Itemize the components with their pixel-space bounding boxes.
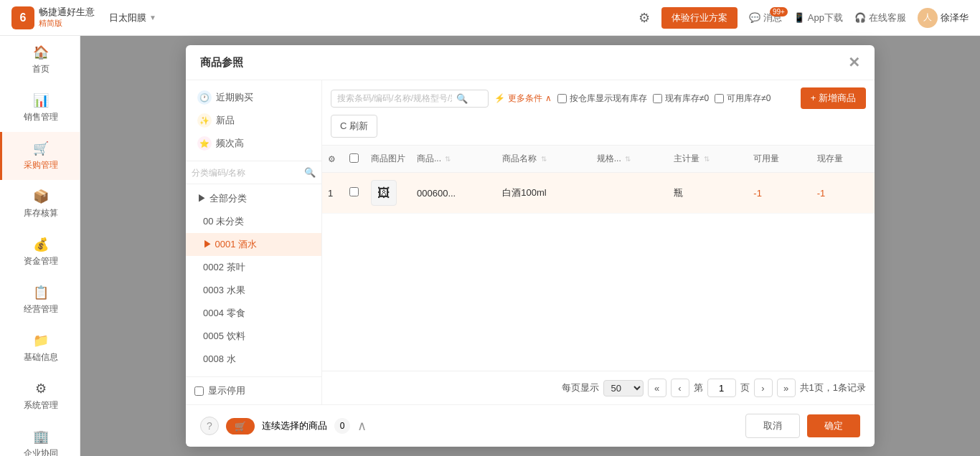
th-settings[interactable]: ⚙: [322, 146, 344, 173]
sidebar-item-purchase[interactable]: 🛒 采购管理: [0, 132, 80, 180]
td-code: 000600...: [411, 173, 496, 214]
show-disabled-label: 显示停用: [208, 384, 245, 397]
service-btn[interactable]: 🎧 在线客服: [854, 11, 906, 24]
purchase-icon: 🛒: [33, 141, 49, 156]
gear-icon[interactable]: ⚙: [639, 10, 650, 26]
quick-nav-freq[interactable]: ⭐ 频次高: [192, 132, 316, 155]
page-input[interactable]: [707, 379, 736, 397]
message-badge: 99+: [770, 7, 788, 16]
category-search-icon[interactable]: 🔍: [304, 167, 316, 178]
product-table-wrap: ⚙ 商品图片 商品... ⇅: [322, 146, 875, 371]
row-checkbox[interactable]: [349, 187, 359, 196]
cat-item-0004[interactable]: 0004 零食: [186, 302, 321, 325]
sidebar-item-ops[interactable]: 📋 经营管理: [0, 276, 80, 324]
main-content: 商品参照 ✕ 🕐 近期购买 ✨: [80, 36, 980, 456]
check-warehouse[interactable]: 按仓库显示现有库存: [557, 92, 647, 105]
first-page-btn[interactable]: «: [648, 379, 666, 397]
cat-item-0005[interactable]: 0005 饮料: [186, 325, 321, 348]
td-img: 🖼: [365, 173, 411, 214]
sidebar: 🏠 首页 📊 销售管理 🛒 采购管理 📦 库存核算 💰 资金管理 📋 经营管理 …: [0, 36, 80, 456]
next-page-btn[interactable]: ›: [754, 379, 773, 397]
check-current[interactable]: 现有库存≠0: [653, 92, 709, 105]
td-spec: [591, 173, 669, 214]
th-unit[interactable]: 主计量 ⇅: [668, 146, 748, 173]
cat-item-0008[interactable]: 0008 水: [186, 348, 321, 371]
available-checkbox[interactable]: [715, 94, 724, 103]
user-name: 徐泽华: [941, 11, 969, 24]
pagination-bar: 每页显示 50 10 20 100 « ‹ 第 页: [322, 371, 875, 404]
category-search-input[interactable]: [192, 168, 300, 178]
app-download-btn[interactable]: 📱 App下载: [793, 11, 843, 24]
check-available[interactable]: 可用库存≠0: [715, 92, 771, 105]
confirm-button[interactable]: 确定: [807, 414, 860, 437]
sales-icon: 📊: [33, 92, 49, 108]
sidebar-item-collab[interactable]: 🏢 企业协同: [0, 420, 80, 456]
refresh-button[interactable]: C 刷新: [331, 115, 377, 138]
selected-prefix: 连续选择的商品: [262, 419, 327, 432]
product-search-icon[interactable]: 🔍: [456, 93, 468, 104]
td-available: -1: [748, 173, 811, 214]
cat-item-0001[interactable]: ▶ 0001 酒水: [186, 233, 321, 256]
th-available[interactable]: 可用量: [748, 146, 811, 173]
filter-label: 更多条件: [508, 92, 542, 105]
app-label: App下载: [808, 11, 843, 24]
add-product-button[interactable]: + 新增商品: [801, 87, 866, 109]
page-size-select[interactable]: 50 10 20 100: [603, 380, 644, 396]
th-image: 商品图片: [365, 146, 411, 173]
modal-overlay: 商品参照 ✕ 🕐 近期购买 ✨: [80, 36, 980, 456]
store-selector[interactable]: 日太阳膜 ▼: [109, 11, 156, 24]
cart-button[interactable]: 🛒: [226, 418, 255, 434]
help-button[interactable]: ?: [200, 417, 219, 435]
sidebar-label-ops: 经营管理: [24, 303, 58, 315]
new-icon: ✨: [197, 113, 212, 128]
store-name: 日太阳膜: [109, 11, 146, 24]
exp-button[interactable]: 体验行业方案: [661, 7, 738, 29]
sidebar-label-sales: 销售管理: [24, 111, 58, 123]
sidebar-label-collab: 企业协同: [24, 447, 58, 456]
navbar-actions: ⚙ 体验行业方案 💬 消息 99+ 📱 App下载 🎧 在线客服 人 徐泽华: [639, 7, 969, 29]
quick-nav-new[interactable]: ✨ 新品: [192, 109, 316, 132]
cat-item-0002[interactable]: 0002 茶叶: [186, 256, 321, 279]
last-page-btn[interactable]: »: [777, 379, 796, 397]
modal-title: 商品参照: [200, 56, 243, 70]
sidebar-item-finance[interactable]: 💰 资金管理: [0, 228, 80, 276]
cart-icon: 🛒: [235, 421, 246, 432]
prev-page-btn[interactable]: ‹: [671, 379, 689, 397]
modal-close-btn[interactable]: ✕: [848, 55, 860, 70]
th-checkbox: [344, 146, 365, 173]
th-stock[interactable]: 现存量: [811, 146, 875, 173]
td-num: 1: [322, 173, 344, 214]
quick-nav-recent[interactable]: 🕐 近期购买: [192, 86, 316, 109]
td-stock: -1: [811, 173, 875, 214]
table-row[interactable]: 1 🖼 000600... 白酒100ml 瓶: [322, 173, 875, 214]
sidebar-label-system: 系统管理: [24, 399, 58, 412]
th-name[interactable]: 商品名称 ⇅: [496, 146, 590, 173]
user-menu[interactable]: 人 徐泽华: [918, 8, 969, 28]
navbar: 6 畅捷通好生意 精简版 日太阳膜 ▼ ⚙ 体验行业方案 💬 消息 99+ 📱 …: [0, 0, 980, 36]
filter-button[interactable]: ⚡ 更多条件 ∧: [494, 92, 552, 105]
current-checkbox[interactable]: [653, 94, 662, 103]
cat-item-0003[interactable]: 0003 水果: [186, 279, 321, 302]
cat-item-0010[interactable]: 0010 家电: [186, 371, 321, 376]
up-button[interactable]: ∧: [357, 418, 367, 434]
cancel-button[interactable]: 取消: [745, 414, 800, 438]
th-spec[interactable]: 规格... ⇅: [591, 146, 669, 173]
sidebar-item-sales[interactable]: 📊 销售管理: [0, 84, 80, 132]
sidebar-item-basic[interactable]: 📁 基础信息: [0, 324, 80, 372]
th-code[interactable]: 商品... ⇅: [411, 146, 496, 173]
select-all-checkbox[interactable]: [349, 153, 359, 163]
show-disabled-checkbox[interactable]: [194, 386, 204, 396]
sidebar-item-system[interactable]: ⚙ 系统管理: [0, 372, 80, 420]
sidebar-item-inventory[interactable]: 📦 库存核算: [0, 180, 80, 228]
message-btn[interactable]: 💬 消息 99+: [749, 11, 782, 24]
quick-nav-freq-label: 频次高: [216, 137, 244, 150]
cat-item-all[interactable]: ▶ 全部分类: [186, 187, 321, 210]
product-search-input[interactable]: [337, 93, 452, 103]
warehouse-checkbox[interactable]: [557, 94, 567, 103]
service-label: 在线客服: [869, 11, 906, 24]
sidebar-item-home[interactable]: 🏠 首页: [0, 36, 80, 84]
cat-item-00[interactable]: 00 未分类: [186, 210, 321, 233]
avatar: 人: [918, 8, 938, 28]
system-icon: ⚙: [35, 381, 47, 396]
sidebar-label-home: 首页: [32, 63, 50, 75]
